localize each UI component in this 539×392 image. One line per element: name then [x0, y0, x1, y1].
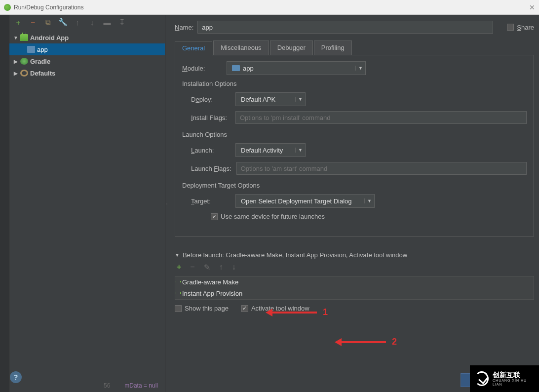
launch-row: Launch: Default Activity ▼ [182, 143, 527, 157]
tab-bar: General Miscellaneous Debugger Profiling [175, 40, 534, 55]
deploy-combo[interactable]: Default APK ▼ [235, 92, 306, 106]
name-input[interactable] [197, 21, 493, 34]
module-label: Module: [182, 65, 222, 72]
same-device-checkbox[interactable] [211, 213, 218, 220]
tree-node-android-app[interactable]: ▼ Android App [9, 32, 165, 43]
share-checkbox[interactable] [507, 24, 514, 31]
edit-task-icon[interactable]: ✎ [204, 263, 210, 272]
tab-debugger[interactable]: Debugger [270, 40, 313, 55]
before-launch-header[interactable]: ▼ Before launch: Gradle-aware Make, Inst… [175, 251, 534, 259]
tree-node-defaults[interactable]: ▶ Defaults [9, 67, 165, 79]
tree-label: app [37, 46, 48, 53]
gradle-icon [20, 58, 28, 65]
module-combo-value: app [227, 65, 355, 72]
show-this-page-label: Show this page [185, 305, 229, 312]
before-launch-list: Gradle-aware Make Instant App Provision [175, 276, 534, 300]
annotation-arrow-1: 1 [266, 307, 328, 317]
folder-icon[interactable]: ▬ [103, 18, 111, 26]
deploy-value: Default APK [236, 96, 295, 103]
module-value-text: app [243, 65, 254, 72]
name-label: Name: [175, 24, 193, 31]
section-title: Deployment Target Options [182, 182, 527, 189]
target-row: Target: Open Select Deployment Target Di… [182, 194, 527, 208]
same-device-label: Use same device for future launches [221, 213, 325, 220]
show-this-page-wrap[interactable]: Show this page [175, 305, 229, 312]
install-flags-input[interactable] [235, 111, 527, 124]
brand-watermark: 创新互联 CHUANG XIN HU LIAN [470, 365, 539, 392]
before-launch-checks: Show this page Activate tool window [175, 305, 534, 312]
window-title: Run/Debug Configurations [14, 4, 529, 11]
name-row: Name: Share [175, 21, 534, 34]
activate-tool-window-checkbox[interactable] [241, 305, 248, 312]
move-up-icon[interactable]: ↑ [74, 18, 81, 26]
module-row: Module: app ▼ [182, 61, 527, 75]
tree-label: Defaults [30, 70, 55, 77]
remove-config-icon[interactable]: − [29, 18, 37, 26]
launch-combo[interactable]: Default Activity ▼ [235, 143, 306, 157]
expand-arrow-icon: ▶ [13, 59, 18, 64]
add-config-icon[interactable]: + [14, 18, 22, 26]
edit-config-icon[interactable]: 🔧 [59, 18, 67, 26]
tree-node-app[interactable]: app [9, 43, 165, 55]
module-folder-icon [27, 46, 35, 53]
launch-flags-row: Launch Flags: [182, 162, 527, 175]
module-folder-icon [232, 65, 240, 71]
collapse-arrow-icon: ▼ [175, 252, 180, 258]
tab-miscellaneous[interactable]: Miscellaneous [213, 40, 269, 55]
android-icon [20, 34, 28, 41]
launch-options-section: Launch Options Launch: Default Activity … [182, 131, 527, 175]
tree-node-gradle[interactable]: ▶ Gradle [9, 55, 165, 67]
target-combo[interactable]: Open Select Deployment Target Dialog ▼ [235, 194, 375, 208]
tree-label: Android App [30, 34, 69, 41]
move-task-up-icon[interactable]: ↑ [219, 263, 223, 272]
dialog-body: + − ⧉ 🔧 ↑ ↓ ▬ ↧ ▼ Android App app ▶ Grad… [0, 15, 539, 392]
before-launch-section: ▼ Before launch: Gradle-aware Make, Inst… [175, 251, 534, 312]
deploy-row: Deploy: Default APK ▼ [182, 92, 527, 106]
before-launch-toolbar: + − ✎ ↑ ↓ [175, 259, 534, 276]
move-task-down-icon[interactable]: ↓ [232, 263, 236, 272]
before-launch-item[interactable]: Instant App Provision [175, 288, 534, 299]
brand-sub: CHUANG XIN HU LIAN [493, 379, 534, 386]
share-label: Share [517, 24, 534, 31]
configurations-tree-panel: + − ⧉ 🔧 ↑ ↓ ▬ ↧ ▼ Android App app ▶ Grad… [9, 15, 165, 392]
copy-config-icon[interactable]: ⧉ [44, 18, 52, 26]
task-label: Gradle-aware Make [182, 278, 238, 286]
show-this-page-checkbox[interactable] [175, 305, 182, 312]
installation-options-section: Installation Options Deploy: Default APK… [182, 80, 527, 124]
chevron-down-icon: ▼ [364, 198, 374, 203]
target-value: Open Select Deployment Target Dialog [236, 197, 364, 205]
task-label: Instant App Provision [182, 290, 242, 297]
module-combo[interactable]: app ▼ [227, 61, 366, 75]
section-title: Installation Options [182, 80, 527, 87]
chevron-down-icon: ▼ [295, 97, 305, 102]
install-flags-row: Install Flags: [182, 111, 527, 124]
general-tab-content: Module: app ▼ Installation Options Deplo… [175, 55, 534, 236]
chevron-down-icon: ▼ [295, 148, 305, 153]
share-checkbox-wrap[interactable]: Share [507, 24, 534, 31]
editor-code-peek: 56 mData = null [104, 382, 158, 392]
chevron-down-icon: ▼ [355, 66, 365, 71]
config-form-panel: Name: Share General Miscellaneous Debugg… [168, 15, 539, 392]
launch-value: Default Activity [236, 147, 295, 154]
brand-mark-icon [475, 371, 489, 386]
expand-arrow-icon: ▼ [13, 35, 18, 40]
tab-general[interactable]: General [175, 41, 212, 55]
remove-task-icon[interactable]: − [190, 263, 194, 272]
annotation-arrow-2: 2 [335, 337, 397, 347]
expand-arrow-icon: ▶ [13, 71, 18, 76]
launch-label: Launch: [191, 147, 231, 154]
launch-flags-input[interactable] [236, 162, 527, 175]
same-device-checkbox-wrap[interactable]: Use same device for future launches [211, 213, 325, 220]
help-button[interactable]: ? [10, 371, 22, 383]
add-task-icon[interactable]: + [177, 263, 181, 272]
target-label: Target: [191, 197, 231, 205]
close-icon[interactable]: ✕ [529, 3, 535, 11]
move-down-icon[interactable]: ↓ [88, 18, 96, 26]
config-tree: ▼ Android App app ▶ Gradle ▶ Defaults [9, 30, 165, 388]
sort-icon[interactable]: ↧ [118, 18, 126, 26]
section-title: Launch Options [182, 131, 527, 138]
before-launch-item[interactable]: Gradle-aware Make [175, 276, 534, 288]
install-flags-label: Install Flags: [191, 114, 231, 121]
defaults-icon [20, 70, 28, 77]
tab-profiling[interactable]: Profiling [314, 40, 352, 55]
